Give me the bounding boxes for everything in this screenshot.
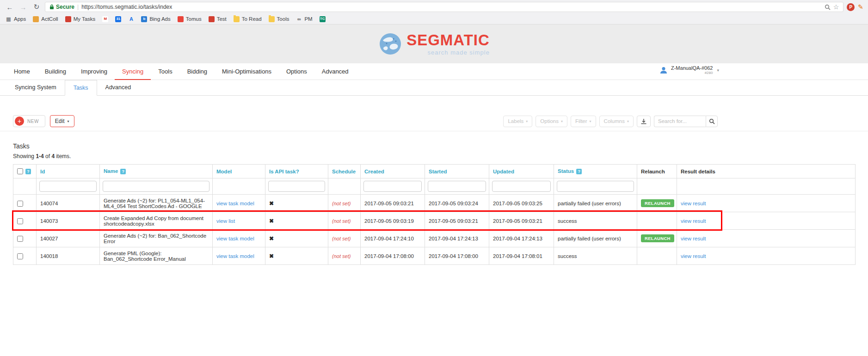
column-header-status[interactable]: Status?	[554, 165, 637, 178]
refresh-button[interactable]: ↻	[31, 3, 42, 11]
nav-item-advanced[interactable]: Advanced	[314, 63, 356, 80]
model-link[interactable]: view task model	[216, 236, 254, 241]
nav-item-syncing[interactable]: Syncing	[115, 63, 151, 80]
column-header-select[interactable]: ?	[13, 165, 37, 178]
user-menu[interactable]: Z-ManualQA-#062 #280 ▾	[659, 65, 719, 75]
column-header-name[interactable]: Name?	[100, 165, 213, 178]
bookmark-tc-icon[interactable]: TC	[320, 16, 326, 22]
subnav-item-advanced[interactable]: Advanced	[97, 80, 140, 96]
started-cell: 2017-09-04 17:08:00	[425, 247, 489, 265]
extension-p-icon[interactable]: P	[847, 3, 855, 11]
bookmark-label: Bing Ads	[149, 16, 170, 22]
filter-input-status[interactable]	[557, 181, 634, 192]
export-button[interactable]	[637, 116, 651, 127]
column-label[interactable]: Id	[40, 169, 45, 174]
filter-input-started[interactable]	[428, 181, 486, 192]
bookmark-test[interactable]: Test	[209, 16, 227, 22]
column-header-id[interactable]: Id	[37, 165, 100, 178]
column-header-updated[interactable]: Updated	[489, 165, 554, 178]
nav-item-tools[interactable]: Tools	[151, 63, 179, 80]
row-checkbox[interactable]	[17, 218, 23, 224]
bookmark-gmail-icon[interactable]: M	[102, 16, 108, 22]
bookmark-to-read[interactable]: To Read	[234, 16, 262, 22]
bookmark-star-icon[interactable]: ☆	[833, 3, 839, 11]
tasks-heading: Tasks	[13, 142, 855, 150]
extension-pencil-icon[interactable]: ✎	[858, 3, 863, 11]
back-button[interactable]: ←	[5, 3, 15, 11]
help-icon[interactable]: ?	[25, 169, 31, 174]
subnav-item-syncing-system[interactable]: Syncing System	[6, 80, 65, 96]
secure-indicator[interactable]: Secure	[49, 4, 74, 10]
column-label[interactable]: Status	[558, 168, 574, 174]
bookmark-tools[interactable]: Tools	[269, 16, 289, 22]
content-area: Tasks Showing 1-4 of 4 items. ?IdName?Mo…	[0, 131, 868, 265]
help-icon[interactable]: ?	[120, 169, 126, 174]
zoom-icon[interactable]	[825, 4, 831, 10]
view-result-link[interactable]: view result	[681, 218, 706, 224]
columns-dropdown-button[interactable]: Columns▾	[599, 116, 634, 127]
column-header-is-api-task[interactable]: Is API task?	[265, 165, 328, 178]
row-checkbox[interactable]	[17, 201, 23, 207]
bookmark-my-tasks[interactable]: My Tasks	[65, 16, 96, 22]
nav-item-building[interactable]: Building	[37, 63, 74, 80]
column-label[interactable]: Model	[216, 169, 232, 174]
column-header-started[interactable]: Started	[425, 165, 489, 178]
nav-item-bidding[interactable]: Bidding	[180, 63, 215, 80]
filter-input-updated[interactable]	[492, 181, 551, 192]
model-link[interactable]: view task model	[216, 201, 254, 206]
labels-dropdown-button[interactable]: Labels▾	[503, 116, 532, 127]
edit-dropdown-button[interactable]: Edit ▾	[50, 115, 74, 127]
nav-item-options[interactable]: Options	[279, 63, 314, 80]
row-checkbox[interactable]	[17, 236, 23, 242]
nav-item-mini-optimisations[interactable]: Mini-Optimisations	[215, 63, 279, 80]
bookmark-tomus[interactable]: Tomus	[178, 16, 202, 22]
address-bar[interactable]: Secure | https://tomus.segmatic.io/tasks…	[45, 2, 843, 12]
model-link[interactable]: view task model	[216, 253, 254, 259]
filter-input-created[interactable]	[363, 181, 422, 192]
row-checkbox[interactable]	[17, 253, 23, 259]
gmail-icon: M	[102, 16, 108, 22]
forward-button[interactable]: →	[18, 3, 28, 11]
view-result-link[interactable]: view result	[681, 201, 706, 206]
nav-item-improving[interactable]: Improving	[74, 63, 115, 80]
column-header-schedule[interactable]: Schedule	[328, 165, 361, 178]
column-label[interactable]: Name	[104, 168, 118, 174]
bookmark-apps[interactable]: ▦Apps	[6, 16, 26, 22]
column-header-created[interactable]: Created	[361, 165, 425, 178]
filter-input-is-api-task[interactable]	[268, 181, 325, 192]
brand-name: SEGMATIC	[406, 32, 490, 48]
bookmark-actcoll[interactable]: ActColl	[33, 16, 58, 22]
filter-input-id[interactable]	[39, 181, 97, 192]
view-result-link[interactable]: view result	[681, 253, 706, 259]
task-row-140027: 140027Generate Ads (~2) for: Ban_062_Sho…	[13, 230, 856, 247]
actcoll-icon	[33, 16, 39, 22]
column-label[interactable]: Schedule	[332, 169, 356, 174]
subnav-item-tasks[interactable]: Tasks	[65, 80, 97, 96]
bookmark-calendar-icon[interactable]: 31	[115, 16, 121, 22]
search-input[interactable]	[654, 116, 706, 127]
nav-item-home[interactable]: Home	[6, 63, 37, 80]
segmatic-logo[interactable]: SEGMATIC search made simple	[378, 32, 490, 56]
updated-cell: 2017-09-05 09:03:25	[489, 195, 554, 212]
help-icon[interactable]: ?	[576, 169, 582, 174]
bookmark-bing-ads[interactable]: bBing Ads	[141, 16, 170, 22]
bookmark-analytics-icon[interactable]: A	[128, 16, 134, 22]
search-button[interactable]	[706, 116, 718, 127]
select-all-checkbox[interactable]	[17, 168, 23, 174]
relaunch-button[interactable]: RELAUNCH	[641, 199, 674, 207]
folder-icon	[234, 16, 240, 22]
model-link[interactable]: view list	[216, 218, 235, 224]
filter-dropdown-button[interactable]: Filter▾	[571, 116, 596, 127]
filter-input-name[interactable]	[103, 181, 209, 192]
options-dropdown-button[interactable]: Options▾	[536, 116, 567, 127]
relaunch-button[interactable]: RELAUNCH	[641, 234, 674, 242]
column-label[interactable]: Is API task?	[269, 169, 299, 174]
new-button[interactable]: + NEW	[13, 115, 45, 127]
column-label[interactable]: Created	[364, 169, 384, 174]
view-result-link[interactable]: view result	[681, 236, 706, 241]
column-label[interactable]: Updated	[493, 169, 514, 174]
column-label[interactable]: Started	[429, 169, 447, 174]
caret-down-icon: ▾	[526, 119, 528, 123]
column-header-model[interactable]: Model	[213, 165, 265, 178]
bookmark-pm[interactable]: ∞PM	[296, 16, 312, 22]
